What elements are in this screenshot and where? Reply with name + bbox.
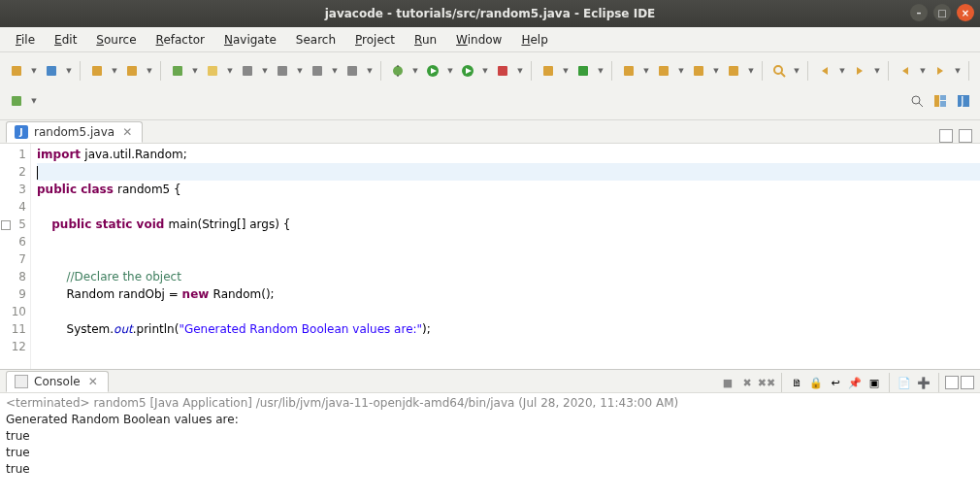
code-line[interactable]: System.out.println("Generated Random Boo…	[37, 320, 980, 338]
minimize-view-icon[interactable]	[945, 376, 959, 389]
word-wrap-icon[interactable]: ↩	[827, 374, 844, 391]
run-button[interactable]	[422, 60, 443, 82]
code-area[interactable]: import java.util.Random;public class ran…	[31, 144, 980, 369]
new-class-button[interactable]	[572, 60, 594, 82]
highlight-button[interactable]	[202, 60, 223, 82]
new-class-dropdown[interactable]: ▼	[596, 60, 605, 82]
save-dropdown[interactable]: ▼	[64, 60, 74, 82]
menu-navigate[interactable]: Navigate	[214, 30, 286, 50]
new-console-view-icon[interactable]: ➕	[915, 374, 932, 391]
line-number[interactable]: 9	[0, 285, 26, 303]
code-line[interactable]	[37, 233, 980, 250]
fwd-button[interactable]	[849, 60, 870, 82]
line-number[interactable]: 3	[0, 181, 26, 198]
code-line[interactable]	[37, 163, 980, 181]
menu-project[interactable]: Project	[345, 30, 405, 50]
maximize-button[interactable]: □	[933, 4, 951, 21]
line-number[interactable]: 12	[0, 338, 26, 355]
paragraph-button[interactable]	[342, 60, 363, 82]
undo-dropdown[interactable]: ▼	[110, 60, 119, 82]
new-dropdown[interactable]: ▼	[29, 60, 39, 82]
line-number[interactable]: 2	[0, 163, 26, 181]
line-number[interactable]: 10	[0, 303, 26, 320]
open-call-hierarchy-dropdown[interactable]: ▼	[746, 60, 756, 82]
pin-console-icon[interactable]: 📌	[846, 374, 864, 391]
undo-button[interactable]	[86, 60, 108, 82]
menu-run[interactable]: Run	[405, 30, 446, 50]
open-console-icon[interactable]: 📄	[896, 374, 913, 391]
annotate-dropdown[interactable]: ▼	[260, 60, 270, 82]
run-dropdown[interactable]: ▼	[445, 60, 455, 82]
code-line[interactable]: public static void main(String[] args) {	[37, 216, 980, 233]
code-line[interactable]: import java.util.Random;	[37, 146, 980, 163]
open-type-button[interactable]	[653, 60, 674, 82]
run-external-button[interactable]	[492, 60, 513, 82]
next-ann-button[interactable]	[930, 60, 951, 82]
open-call-hierarchy-button[interactable]	[723, 60, 744, 82]
minimize-view-icon[interactable]	[939, 129, 953, 143]
redo-dropdown[interactable]: ▼	[145, 60, 154, 82]
next-ann-dropdown[interactable]: ▼	[953, 60, 963, 82]
menu-refactor[interactable]: Refactor	[147, 30, 214, 50]
run-external-dropdown[interactable]: ▼	[515, 60, 525, 82]
code-line[interactable]	[37, 338, 980, 355]
open-perspective-icon[interactable]	[930, 90, 951, 112]
show-whitespace-dropdown[interactable]: ▼	[330, 60, 340, 82]
search-dropdown[interactable]: ▼	[792, 60, 801, 82]
line-number[interactable]: 6	[0, 233, 26, 250]
console-output[interactable]: <terminated> random5 [Java Application] …	[0, 393, 980, 500]
code-editor[interactable]: 123456789101112 import java.util.Random;…	[0, 144, 980, 370]
java-perspective-icon[interactable]: J	[953, 90, 974, 112]
paragraph-dropdown[interactable]: ▼	[365, 60, 375, 82]
coverage-button[interactable]	[457, 60, 478, 82]
open-type-dropdown[interactable]: ▼	[676, 60, 686, 82]
code-line[interactable]: //Declare the object	[37, 268, 980, 285]
block-select-button[interactable]	[272, 60, 293, 82]
console-tab[interactable]: Console ✕	[6, 371, 109, 392]
minimize-button[interactable]: –	[910, 4, 928, 21]
redo-button[interactable]	[121, 60, 143, 82]
remove-all-icon[interactable]: ✖✖	[758, 374, 775, 391]
scroll-lock-icon[interactable]: 🔒	[807, 374, 825, 391]
quick-access-button[interactable]	[906, 90, 928, 112]
maximize-view-icon[interactable]	[961, 376, 974, 389]
menu-source[interactable]: Source	[86, 30, 146, 50]
debug-dropdown[interactable]: ▼	[410, 60, 420, 82]
pin-button[interactable]	[6, 90, 27, 112]
highlight-dropdown[interactable]: ▼	[225, 60, 235, 82]
prev-ann-dropdown[interactable]: ▼	[918, 60, 928, 82]
back-button[interactable]	[814, 60, 835, 82]
open-resource-dropdown[interactable]: ▼	[641, 60, 651, 82]
menu-help[interactable]: Help	[511, 30, 557, 50]
code-line[interactable]: Random randObj = new Random();	[37, 285, 980, 303]
save-button[interactable]	[41, 60, 62, 82]
search-button[interactable]	[768, 60, 790, 82]
maximize-view-icon[interactable]	[959, 129, 972, 143]
new-package-dropdown[interactable]: ▼	[561, 60, 571, 82]
line-number[interactable]: 7	[0, 250, 26, 268]
menu-search[interactable]: Search	[286, 30, 345, 50]
open-type-hierarchy-button[interactable]	[688, 60, 709, 82]
pin-dropdown[interactable]: ▼	[29, 90, 39, 112]
new-button[interactable]	[6, 60, 27, 82]
menu-edit[interactable]: Edit	[45, 30, 86, 50]
code-line[interactable]	[37, 303, 980, 320]
line-number[interactable]: 4	[0, 198, 26, 216]
new-package-button[interactable]	[538, 60, 559, 82]
line-number[interactable]: 5	[0, 216, 26, 233]
block-select-dropdown[interactable]: ▼	[295, 60, 305, 82]
show-whitespace-button[interactable]	[307, 60, 328, 82]
close-button[interactable]: ×	[957, 4, 974, 21]
editor-tab-random5[interactable]: J random5.java ✕	[6, 121, 143, 143]
toggle-breakpoint-button[interactable]	[167, 60, 188, 82]
line-number[interactable]: 11	[0, 320, 26, 338]
remove-launch-icon[interactable]: ✖	[738, 374, 756, 391]
toggle-breakpoint-dropdown[interactable]: ▼	[190, 60, 200, 82]
tab-close-icon[interactable]: ✕	[120, 125, 134, 139]
code-line[interactable]	[37, 250, 980, 268]
prev-ann-button[interactable]	[895, 60, 916, 82]
debug-button[interactable]	[387, 60, 408, 82]
clear-console-icon[interactable]: 🗎	[788, 374, 805, 391]
display-selected-icon[interactable]: ▣	[866, 374, 883, 391]
fwd-dropdown[interactable]: ▼	[872, 60, 882, 82]
